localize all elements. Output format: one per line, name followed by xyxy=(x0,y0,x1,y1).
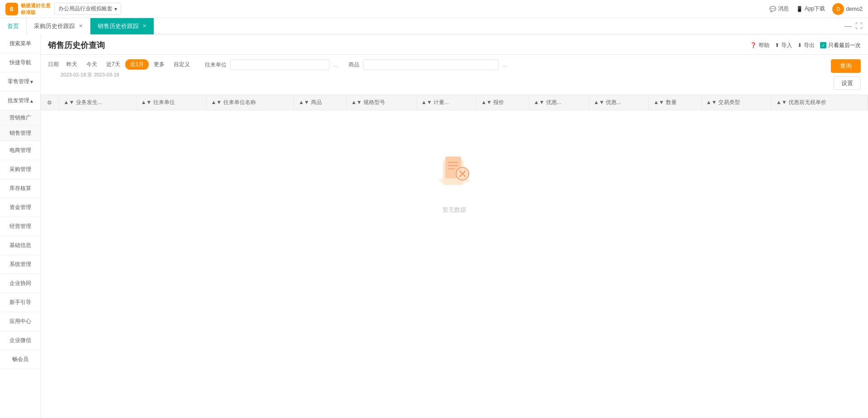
sidebar-item-guide[interactable]: 新手引导 xyxy=(0,293,40,312)
message-icon: 💬 xyxy=(769,6,776,12)
sidebar-item-purchase-mgmt[interactable]: 采购管理 xyxy=(0,160,40,179)
date-buttons: 昨天 今天 近7天 近1月 更多 自定义 xyxy=(62,59,194,70)
sidebar-item-operations[interactable]: 经营管理 xyxy=(0,217,40,236)
chevron-up-icon: ▴ xyxy=(30,98,33,104)
tab-purchase[interactable]: 采购历史价跟踪 ✕ xyxy=(27,18,90,34)
col-quantity[interactable]: ▲▼ 数量 xyxy=(649,95,701,110)
export-btn[interactable]: ⬇ 导出 xyxy=(797,42,815,49)
maximize-window-btn[interactable]: ⛶ xyxy=(855,22,863,30)
avatar: D xyxy=(832,3,844,15)
sidebar-item-wechat[interactable]: 企业微信 xyxy=(0,331,40,350)
purchase-tab-label: 采购历史价跟踪 xyxy=(34,22,75,30)
main-layout: 搜索菜单 快捷导航 零售管理 ▾ 批发管理 ▴ 营销推广 销售管理 电商管理 采 xyxy=(0,34,868,418)
col-price[interactable]: ▲▼ 报价 xyxy=(476,95,529,110)
col-partner-code[interactable]: ▲▼ 往来单位 xyxy=(136,95,206,110)
query-button[interactable]: 查询 xyxy=(831,59,861,73)
sidebar: 搜索菜单 快捷导航 零售管理 ▾ 批发管理 ▴ 营销推广 销售管理 电商管理 采 xyxy=(0,34,41,418)
date-filter: 日期 昨天 今天 近7天 近1月 更多 自定义 xyxy=(48,59,194,70)
sidebar-item-wholesale[interactable]: 批发管理 ▴ xyxy=(0,91,40,110)
help-btn[interactable]: ❓ 帮助 xyxy=(750,42,769,49)
company-selector[interactable]: 办公用品行业模拟账套 ▾ xyxy=(54,3,121,15)
data-table: ⚙ ▲▼ 业务发生... ▲▼ 往来单位 ▲▼ 往来单位名称 xyxy=(41,95,868,250)
date-range-text: 2023-02-18 至 2023-03-18 xyxy=(48,71,194,78)
sidebar-item-search-menu[interactable]: 搜索菜单 xyxy=(0,34,40,53)
export-icon: ⬇ xyxy=(797,42,802,48)
tabbar: 首页 采购历史价跟踪 ✕ 销售历史价跟踪 ✕ — ⛶ xyxy=(0,18,868,34)
tab-sales[interactable]: 销售历史价跟踪 ✕ xyxy=(90,18,154,34)
empty-illustration xyxy=(432,147,477,200)
empty-text: 暂无数据 xyxy=(443,206,466,214)
table-area: ⚙ ▲▼ 业务发生... ▲▼ 往来单位 ▲▼ 往来单位名称 xyxy=(41,95,868,418)
col-spec[interactable]: ▲▼ 规格型号 xyxy=(346,95,416,110)
sidebar-item-sales-mgmt[interactable]: 销售管理 xyxy=(0,126,40,141)
message-btn[interactable]: 💬 消息 xyxy=(769,5,789,13)
chevron-down-icon: ▾ xyxy=(30,79,33,85)
page-title: 销售历史价查询 xyxy=(48,40,105,51)
sidebar-item-inventory[interactable]: 库存核算 xyxy=(0,179,40,198)
date-last7-btn[interactable]: 近7天 xyxy=(102,59,124,70)
partner-input[interactable] xyxy=(230,59,330,70)
empty-state: 暂无数据 xyxy=(41,110,868,250)
date-last1m-btn[interactable]: 近1月 xyxy=(125,59,149,70)
close-sales-tab-icon[interactable]: ✕ xyxy=(142,23,146,29)
col-product[interactable]: ▲▼ 商品 xyxy=(294,95,346,110)
partner-filter: 往来单位 ... xyxy=(205,59,338,70)
tab-actions: — ⛶ xyxy=(844,22,868,30)
content-area: 销售历史价查询 ❓ 帮助 ⬆ 导入 ⬇ 导出 ✓ 只看最后一次 xyxy=(41,34,868,418)
col-settings[interactable]: ⚙ xyxy=(41,95,59,110)
logo-area: 6 畅捷通好生意 标准版 xyxy=(5,2,51,15)
partner-dots-icon[interactable]: ... xyxy=(333,62,338,68)
chevron-down-icon: ▾ xyxy=(114,6,117,12)
filter-actions: 查询 设置 xyxy=(831,59,861,90)
sidebar-item-quick-nav[interactable]: 快捷导航 xyxy=(0,53,40,72)
sidebar-item-marketing[interactable]: 营销推广 xyxy=(0,110,40,126)
filter-area: 日期 昨天 今天 近7天 近1月 更多 自定义 2023-02-18 至 202… xyxy=(41,55,868,95)
topbar: 6 畅捷通好生意 标准版 办公用品行业模拟账套 ▾ 💬 消息 📱 App下载 D… xyxy=(0,0,868,18)
page-header-actions: ❓ 帮助 ⬆ 导入 ⬇ 导出 ✓ 只看最后一次 xyxy=(750,42,861,49)
logo-icon: 6 xyxy=(5,3,18,15)
col-biz-date[interactable]: ▲▼ 业务发生... xyxy=(59,95,136,110)
topbar-right: 💬 消息 📱 App下载 D demo2 xyxy=(769,3,863,15)
col-unit[interactable]: ▲▼ 计量... xyxy=(416,95,476,110)
date-yesterday-btn[interactable]: 昨天 xyxy=(62,59,81,70)
col-pretax-price[interactable]: ▲▼ 优惠前无税单价 xyxy=(771,95,868,110)
app-download-btn[interactable]: 📱 App下载 xyxy=(796,5,825,13)
topbar-left: 6 畅捷通好生意 标准版 办公用品行业模拟账套 ▾ xyxy=(5,2,121,15)
help-icon: ❓ xyxy=(750,42,757,48)
product-filter: 商品 ... xyxy=(349,59,507,70)
col-partner-name[interactable]: ▲▼ 往来单位名称 xyxy=(206,95,294,110)
only-last-checkbox[interactable]: ✓ 只看最后一次 xyxy=(820,42,861,49)
page-header: 销售历史价查询 ❓ 帮助 ⬆ 导入 ⬇ 导出 ✓ 只看最后一次 xyxy=(41,34,868,55)
tab-home[interactable]: 首页 xyxy=(0,18,27,34)
sidebar-item-member[interactable]: 畅会员 xyxy=(0,350,40,369)
date-today-btn[interactable]: 今天 xyxy=(82,59,101,70)
product-input[interactable] xyxy=(363,59,499,70)
logo-text: 畅捷通好生意 标准版 xyxy=(21,2,51,15)
minimize-window-btn[interactable]: — xyxy=(844,22,852,30)
date-more-btn[interactable]: 更多 xyxy=(150,59,169,70)
sidebar-item-app-center[interactable]: 应用中心 xyxy=(0,312,40,331)
user-menu[interactable]: D demo2 xyxy=(832,3,863,15)
checkbox-icon: ✓ xyxy=(820,42,826,48)
phone-icon: 📱 xyxy=(796,6,803,12)
sidebar-item-enterprise[interactable]: 企业协同 xyxy=(0,274,40,293)
close-purchase-tab-icon[interactable]: ✕ xyxy=(79,23,83,29)
import-btn[interactable]: ⬆ 导入 xyxy=(775,42,792,49)
home-tab-label: 首页 xyxy=(7,22,19,30)
import-icon: ⬆ xyxy=(775,42,779,48)
sidebar-item-system[interactable]: 系统管理 xyxy=(0,255,40,274)
col-trade-type[interactable]: ▲▼ 交易类型 xyxy=(701,95,771,110)
col-discount2[interactable]: ▲▼ 优惠... xyxy=(589,95,649,110)
sidebar-item-retail[interactable]: 零售管理 ▾ xyxy=(0,72,40,91)
sidebar-item-basic-info[interactable]: 基础信息 xyxy=(0,236,40,255)
sales-tab-label: 销售历史价跟踪 xyxy=(98,22,139,30)
sidebar-item-finance[interactable]: 资金管理 xyxy=(0,198,40,217)
product-dots-icon[interactable]: ... xyxy=(502,62,507,68)
sidebar-item-ecommerce[interactable]: 电商管理 xyxy=(0,141,40,160)
col-discount1[interactable]: ▲▼ 优惠... xyxy=(529,95,589,110)
date-custom-btn[interactable]: 自定义 xyxy=(170,59,194,70)
settings-button[interactable]: 设置 xyxy=(834,76,861,90)
